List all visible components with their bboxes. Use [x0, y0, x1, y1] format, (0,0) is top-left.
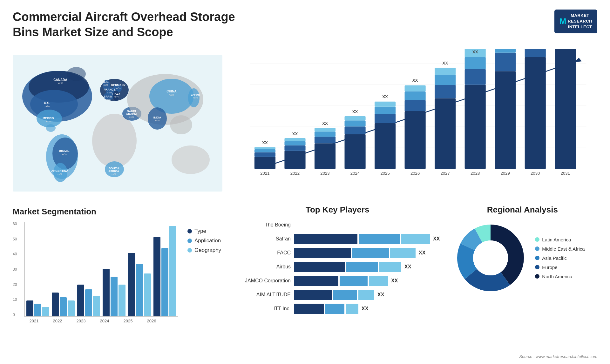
svg-text:AFRICA: AFRICA	[108, 170, 119, 173]
seg-x-2024: 2024	[94, 319, 115, 323]
y-label-30: 30	[13, 267, 22, 272]
svg-text:XX: XX	[352, 109, 358, 114]
header: Commercial Aircraft Overhead Storage Bin…	[13, 10, 597, 40]
svg-rect-66	[254, 157, 275, 169]
player-row-itt: ITT Inc. XX	[235, 304, 440, 314]
seg-group-2023	[77, 285, 100, 316]
svg-rect-98	[405, 91, 426, 100]
seg-x-2022: 2022	[47, 319, 68, 323]
seg-bar-app-2022	[60, 297, 67, 316]
legend-ap-dot	[535, 256, 539, 260]
svg-text:xx%: xx%	[111, 173, 116, 176]
svg-text:XX: XX	[292, 131, 298, 136]
player-seg1-airbus	[294, 262, 345, 272]
svg-text:MEXICO: MEXICO	[43, 117, 54, 120]
y-label-50: 50	[13, 237, 22, 241]
seg-bar-type-2021	[26, 300, 33, 316]
seg-bar-app-2024	[111, 277, 118, 316]
player-seg1-aim	[294, 290, 332, 300]
seg-bar-geo-2022	[68, 300, 75, 316]
svg-text:U.K.: U.K.	[103, 80, 109, 84]
svg-text:xx%: xx%	[46, 120, 51, 123]
source-text: Source : www.marketresearchintellect.com	[519, 354, 597, 359]
growth-chart-section: XX 2021 XX 2022 XX 2023	[229, 46, 599, 199]
seg-bar-type-2024	[103, 269, 110, 316]
player-xx-airbus: XX	[404, 264, 411, 270]
world-map-section: CANADA xx% U.S. xx% MEXICO xx% BRAZIL xx…	[13, 46, 222, 200]
svg-rect-109	[465, 69, 486, 85]
svg-text:XX: XX	[262, 140, 268, 145]
player-seg1-facc	[294, 248, 351, 258]
svg-text:xx%: xx%	[107, 91, 112, 94]
player-name-aim: AIM ALTITUDE	[235, 292, 291, 298]
svg-text:2031: 2031	[561, 171, 570, 176]
y-label-60: 60	[13, 222, 22, 226]
svg-text:xx%: xx%	[116, 87, 120, 90]
y-label-0: 0	[13, 313, 22, 317]
svg-text:xx%: xx%	[57, 173, 62, 176]
svg-text:2023: 2023	[320, 171, 329, 176]
seg-group-2022	[52, 293, 75, 316]
legend-europe: Europe	[535, 265, 585, 270]
svg-rect-97	[405, 100, 426, 111]
svg-rect-86	[344, 120, 365, 126]
seg-x-2023: 2023	[71, 319, 92, 323]
player-seg1-jamco	[294, 276, 338, 286]
legend-mea: Middle East & Africa	[535, 246, 585, 252]
page-container: Commercial Aircraft Overhead Storage Bin…	[0, 0, 610, 364]
svg-rect-93	[375, 102, 396, 107]
page-title: Commercial Aircraft Overhead Storage Bin…	[13, 10, 235, 40]
legend-mea-label: Middle East & Africa	[542, 246, 585, 252]
player-name-airbus: Airbus	[235, 264, 291, 270]
svg-text:JAPAN: JAPAN	[191, 93, 200, 96]
legend-la-dot	[535, 237, 539, 242]
player-name-safran: Safran	[235, 236, 291, 242]
svg-rect-124	[555, 49, 576, 169]
seg-group-2024	[103, 269, 125, 316]
svg-rect-90	[375, 123, 396, 169]
player-bar-safran: XX	[294, 234, 440, 244]
legend-mea-dot	[535, 246, 539, 251]
seg-bar-type-2022	[52, 293, 59, 316]
y-label-20: 20	[13, 282, 22, 287]
logo-box: M MARKET RESEARCH INTELLECT	[554, 10, 597, 33]
legend-latin-america: Latin America	[535, 237, 585, 242]
seg-bar-geo-2025	[144, 273, 151, 316]
svg-point-6	[67, 67, 86, 81]
svg-text:xx%: xx%	[58, 82, 63, 85]
svg-text:xx%: xx%	[129, 116, 134, 118]
svg-point-24	[172, 145, 210, 174]
svg-text:ITALY: ITALY	[112, 92, 120, 95]
player-bar-itt: XX	[294, 304, 440, 314]
player-seg3-facc	[390, 248, 416, 258]
svg-text:2028: 2028	[471, 171, 480, 176]
world-map-svg: CANADA xx% U.S. xx% MEXICO xx% BRAZIL xx…	[13, 46, 222, 200]
player-seg2-jamco	[340, 276, 368, 286]
player-seg2-itt	[325, 304, 344, 314]
player-xx-itt: XX	[362, 306, 368, 312]
regional-title: Regional Analysis	[452, 205, 592, 215]
svg-text:2025: 2025	[380, 171, 390, 176]
player-row-jamco: JAMCO Corporation XX	[235, 276, 440, 286]
svg-point-9	[53, 163, 67, 182]
svg-rect-87	[344, 116, 365, 120]
svg-point-16	[92, 114, 137, 168]
player-seg2-aim	[333, 290, 357, 300]
seg-group-2025	[128, 253, 151, 316]
svg-text:xx%: xx%	[193, 96, 198, 99]
svg-text:INDIA: INDIA	[153, 116, 161, 119]
svg-rect-75	[284, 138, 305, 141]
player-name-itt: ITT Inc.	[235, 306, 291, 312]
logo-line1: MARKET	[568, 13, 592, 18]
player-seg2-airbus	[346, 262, 378, 272]
top-players-title: Top Key Players	[235, 205, 440, 215]
player-seg1-safran	[294, 234, 357, 244]
legend-geo-dot	[187, 248, 192, 253]
segmentation-section: Market Segmentation 0 10 20 30 40	[13, 204, 222, 359]
player-seg3-airbus	[379, 262, 401, 272]
svg-text:BRAZIL: BRAZIL	[59, 149, 70, 152]
player-seg2-facc	[352, 248, 389, 258]
svg-text:xx%: xx%	[155, 119, 159, 122]
player-xx-facc: XX	[419, 250, 425, 256]
seg-bar-type-2026	[153, 237, 160, 316]
